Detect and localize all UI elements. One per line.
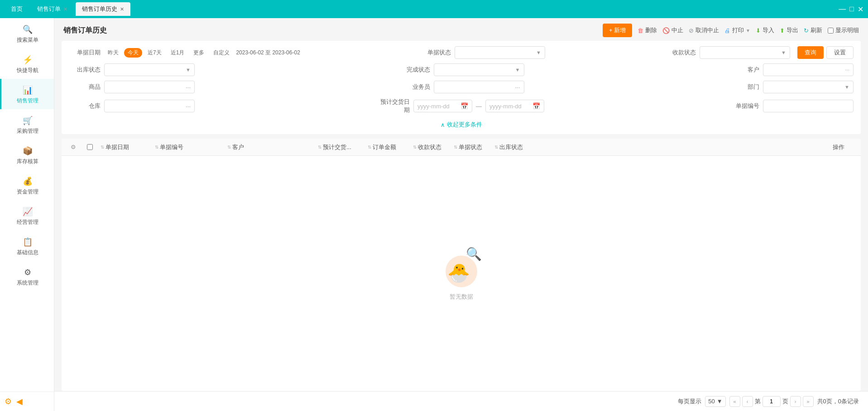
search-icon: 🔍 xyxy=(23,24,33,34)
show-detail-toggle[interactable]: 显示明细 xyxy=(828,26,859,34)
col-stock[interactable]: ⇅ 出库状态 xyxy=(492,143,532,151)
delivery-date-label: 预计交货日期 xyxy=(378,98,410,114)
receipt-status-arrow: ▼ xyxy=(781,50,786,55)
cancel-stop-button[interactable]: ⊘ 取消中止 xyxy=(689,26,719,34)
stop-button[interactable]: 🚫 中止 xyxy=(662,26,683,34)
receipt-status-select[interactable]: ▼ xyxy=(700,46,790,59)
per-page-select[interactable]: 50 ▼ xyxy=(705,396,725,407)
sidebar-item-basic[interactable]: 📋 基础信息 xyxy=(0,231,54,261)
maximize-btn[interactable]: □ xyxy=(849,5,854,13)
export-button[interactable]: ⬆ 导出 xyxy=(780,26,798,34)
page-number-input[interactable] xyxy=(762,396,781,407)
customer-select[interactable]: ··· xyxy=(763,63,854,76)
sidebar-item-inventory[interactable]: 📦 库存核算 xyxy=(0,140,54,170)
date-opt-1month[interactable]: 近1月 xyxy=(167,48,188,58)
col-customer[interactable]: ⇅ 客户 xyxy=(225,143,315,151)
col-status-label: 单据状态 xyxy=(459,143,482,151)
select-all-checkbox[interactable] xyxy=(82,144,98,150)
complete-label: 完成状态 xyxy=(398,66,430,74)
basic-icon: 📋 xyxy=(23,237,33,247)
import-button[interactable]: ⬇ 导入 xyxy=(756,26,774,34)
finance-icon: 💰 xyxy=(23,176,33,186)
col-customer-label: 客户 xyxy=(232,143,244,151)
select-all-input[interactable] xyxy=(87,144,93,150)
order-status-arrow: ▼ xyxy=(536,50,541,55)
content-area: 销售订单历史 + 新增 🗑 删除 🚫 中止 ⊘ 取消中止 🖨 打印 xyxy=(54,18,868,411)
tab-home[interactable]: 首页 xyxy=(5,2,29,16)
last-page-btn[interactable]: » xyxy=(803,396,814,407)
date-opt-yesterday[interactable]: 昨天 xyxy=(104,48,122,58)
col-date[interactable]: ⇅ 单据日期 xyxy=(98,143,152,151)
warehouse-dots: ··· xyxy=(186,103,191,110)
product-select[interactable]: ··· xyxy=(104,81,195,93)
minimize-btn[interactable]: — xyxy=(839,5,846,13)
col-delivery[interactable]: ⇅ 预计交货... xyxy=(315,143,365,151)
sidebar-item-business[interactable]: 📈 经营管理 xyxy=(0,200,54,231)
sidebar-item-sales[interactable]: 📊 销售管理 xyxy=(0,79,54,109)
delivery-date-start[interactable]: yyyy-mm-dd 📅 xyxy=(413,100,472,112)
sidebar-item-nav[interactable]: ⚡ 快捷导航 xyxy=(0,48,54,79)
sidebar-item-purchase[interactable]: 🛒 采购管理 xyxy=(0,109,54,140)
filter-area: 单据日期 昨天 今天 近7天 近1月 更多 自定义 2023-06-02 至 2… xyxy=(62,41,861,134)
date-opt-more[interactable]: 更多 xyxy=(190,48,208,58)
next-page-btn[interactable]: › xyxy=(790,396,801,407)
collapse-sidebar-icon[interactable]: ◀ xyxy=(16,396,23,406)
per-page-label: 每页显示 xyxy=(678,397,701,406)
new-button[interactable]: + 新增 xyxy=(603,24,632,37)
sidebar-item-search[interactable]: 🔍 搜索菜单 xyxy=(0,18,54,48)
col-status[interactable]: ⇅ 单据状态 xyxy=(451,143,492,151)
complete-select[interactable]: ▼ xyxy=(434,63,524,76)
date-opt-7days[interactable]: 近7天 xyxy=(144,48,165,58)
sidebar-item-finance[interactable]: 💰 资金管理 xyxy=(0,170,54,200)
per-page-arrow: ▼ xyxy=(717,398,723,405)
salesperson-dots: ··· xyxy=(515,84,520,91)
print-button[interactable]: 🖨 打印 ▼ xyxy=(724,26,750,34)
settings-bottom-icon[interactable]: ⚙ xyxy=(5,396,12,406)
col-amount[interactable]: ⇅ 订单金额 xyxy=(365,143,410,151)
sidebar-system-label: 系统管理 xyxy=(17,279,38,287)
date-opt-today[interactable]: 今天 xyxy=(124,48,142,58)
show-detail-checkbox[interactable] xyxy=(828,28,834,34)
delivery-date-end[interactable]: yyyy-mm-dd 📅 xyxy=(485,100,544,112)
print-arrow: ▼ xyxy=(746,28,750,33)
warehouse-select[interactable]: ··· xyxy=(104,100,195,112)
settings-filter-button[interactable]: 设置 xyxy=(826,46,854,59)
stock-out-select[interactable]: ▼ xyxy=(104,63,195,76)
order-status-select[interactable]: ▼ xyxy=(455,46,545,59)
query-button[interactable]: 查询 xyxy=(797,46,824,59)
filter-row-3: 商品 ··· 业务员 ··· 部门 ▼ xyxy=(69,81,854,93)
col-receipt[interactable]: ⇅ 收款状态 xyxy=(410,143,451,151)
column-settings-btn[interactable]: ⚙ xyxy=(65,144,82,150)
tab-sales-history-close[interactable]: ✕ xyxy=(120,6,124,12)
page-unit: 页 xyxy=(782,397,788,406)
tab-sales-order-close[interactable]: ✕ xyxy=(63,6,67,12)
order-no-input[interactable] xyxy=(763,100,854,112)
col-order-label: 单据编号 xyxy=(160,143,183,151)
refresh-label: 刷新 xyxy=(810,26,822,34)
salesperson-select[interactable]: ··· xyxy=(434,81,524,93)
tab-sales-order-label: 销售订单 xyxy=(37,5,61,13)
date-opt-custom[interactable]: 自定义 xyxy=(210,48,233,58)
close-btn[interactable]: ✕ xyxy=(858,5,863,14)
dept-select[interactable]: ▼ xyxy=(763,81,854,93)
col-order[interactable]: ⇅ 单据编号 xyxy=(152,143,225,151)
sort-icon-date: ⇅ xyxy=(101,145,104,150)
tab-sales-order[interactable]: 销售订单 ✕ xyxy=(31,2,74,16)
stock-out-label: 出库状态 xyxy=(69,66,101,74)
export-icon: ⬆ xyxy=(780,27,785,34)
delete-button[interactable]: 🗑 删除 xyxy=(638,26,657,34)
sales-icon: 📊 xyxy=(23,85,33,95)
first-page-btn[interactable]: « xyxy=(729,396,740,407)
collapse-filter-row[interactable]: ∧ 收起更多条件 xyxy=(69,119,854,129)
prev-page-btn[interactable]: ‹ xyxy=(742,396,753,407)
product-dots: ··· xyxy=(186,84,191,91)
tab-sales-history[interactable]: 销售订单历史 ✕ xyxy=(76,2,130,16)
refresh-button[interactable]: ↻ 刷新 xyxy=(804,26,822,34)
customer-dots: ··· xyxy=(845,67,849,73)
sort-icon-status: ⇅ xyxy=(454,145,457,150)
toolbar: + 新增 🗑 删除 🚫 中止 ⊘ 取消中止 🖨 打印 ▼ xyxy=(603,24,859,37)
empty-dots: - - - xyxy=(466,251,477,257)
total-label: 共0页，0条记录 xyxy=(817,397,859,406)
sidebar-item-system[interactable]: ⚙ 系统管理 xyxy=(0,261,54,291)
calendar-end-icon: 📅 xyxy=(532,102,540,110)
